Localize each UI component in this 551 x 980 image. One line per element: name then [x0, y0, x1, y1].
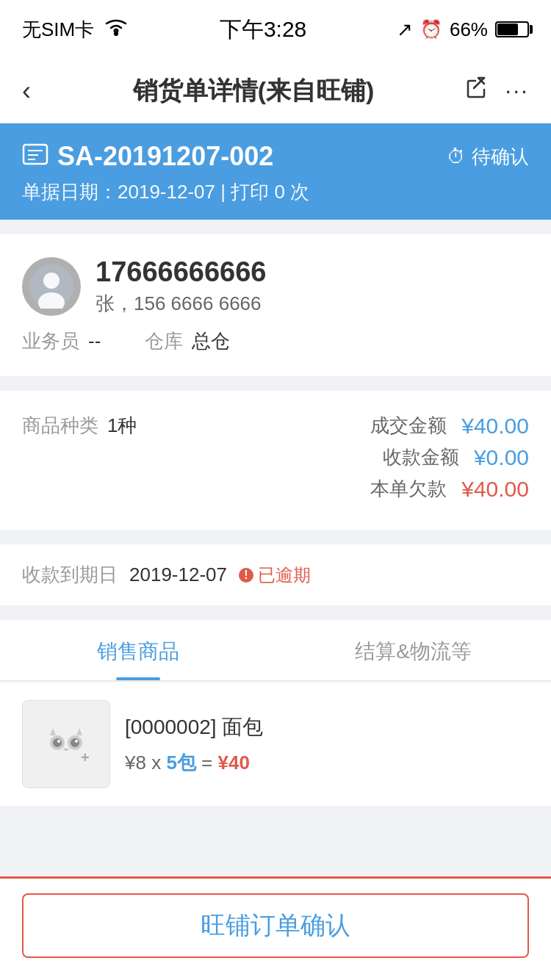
owed-label: 本单欠款: [370, 476, 447, 502]
carrier-label: 无SIM卡: [22, 17, 94, 43]
order-date: 单据日期：2019-12-07 | 打印 0 次: [22, 179, 529, 205]
order-number-row: SA-20191207-002: [22, 141, 273, 172]
battery-percentage: 66%: [450, 18, 488, 41]
due-label: 收款到期日: [22, 562, 118, 588]
product-code: [0000002]: [125, 716, 217, 738]
due-date-value: 2019-12-07: [129, 563, 227, 586]
transaction-label: 成交金额: [370, 413, 447, 439]
svg-point-7: [53, 738, 62, 747]
wifi-icon: [103, 18, 129, 42]
due-date-section: 收款到期日 2019-12-07 ! 已逾期: [0, 544, 551, 605]
order-number-text: SA-20191207-002: [57, 141, 273, 172]
equals: =: [201, 752, 217, 774]
confirm-button-label: 旺铺订单确认: [201, 909, 350, 943]
sales-rep-item: 业务员 --: [22, 328, 101, 354]
alarm-icon: ⏰: [420, 19, 442, 40]
warehouse-item: 仓库 总仓: [145, 328, 230, 354]
svg-point-3: [43, 273, 60, 289]
tabs-bar: 销售商品 结算&物流等: [0, 620, 551, 681]
bottom-action-area: 旺铺订单确认: [0, 876, 551, 980]
order-icon: [22, 141, 48, 172]
product-thumbnail: +: [22, 700, 110, 788]
svg-text:+: +: [81, 749, 90, 765]
share-icon[interactable]: [464, 75, 490, 107]
customer-info: 17666666666 张，156 6666 6666: [96, 256, 266, 317]
owed-value: ¥40.00: [461, 477, 529, 502]
svg-point-9: [57, 740, 60, 743]
unit-price: ¥8 x: [125, 752, 166, 774]
battery-bar: [495, 21, 529, 37]
collected-value: ¥0.00: [474, 445, 529, 470]
back-button[interactable]: ‹: [22, 76, 66, 107]
product-details: [0000002] 面包 ¥8 x 5包 = ¥40: [125, 713, 529, 776]
product-logo: +: [37, 722, 96, 766]
status-right: ↗ ⏰ 66%: [397, 18, 529, 41]
warehouse-value: 总仓: [192, 328, 230, 354]
transaction-value: ¥40.00: [461, 414, 529, 439]
customer-phone: 17666666666: [96, 256, 266, 288]
warehouse-label: 仓库: [145, 328, 183, 354]
summary-section: 商品种类 1种 成交金额 ¥40.00 收款金额 ¥0.00 本单欠款 ¥40.…: [0, 391, 551, 530]
customer-meta: 业务员 -- 仓库 总仓: [22, 328, 529, 354]
avatar: [22, 257, 81, 316]
product-price: ¥8 x 5包 = ¥40: [125, 750, 529, 776]
tab-sales[interactable]: 销售商品: [0, 620, 276, 680]
svg-point-10: [75, 740, 78, 743]
status-left: 无SIM卡: [22, 17, 129, 43]
customer-section: 17666666666 张，156 6666 6666 业务员 -- 仓库 总仓: [0, 234, 551, 376]
product-name: [0000002] 面包: [125, 713, 529, 741]
order-header: SA-20191207-002 ⏱ 待确认 单据日期：2019-12-07 | …: [0, 123, 551, 220]
status-bar: 无SIM卡 下午3:28 ↗ ⏰ 66%: [0, 0, 551, 59]
more-icon[interactable]: ···: [505, 77, 529, 104]
page-title: 销货单详情(来自旺铺): [66, 74, 441, 108]
sales-rep-value: --: [88, 330, 101, 353]
location-icon: ↗: [397, 18, 413, 41]
transaction-row: 成交金额 ¥40.00: [370, 413, 529, 439]
table-row: + [0000002] 面包 ¥8 x 5包 = ¥40: [0, 682, 551, 807]
amounts: 成交金额 ¥40.00 收款金额 ¥0.00 本单欠款 ¥40.00: [370, 413, 529, 508]
status-text: 待确认: [472, 144, 529, 170]
overdue-dot: !: [239, 568, 253, 583]
current-time: 下午3:28: [220, 15, 306, 45]
nav-bar: ‹ 销货单详情(来自旺铺) ···: [0, 59, 551, 123]
quantity: 5包: [166, 752, 195, 774]
collected-row: 收款金额 ¥0.00: [370, 444, 529, 470]
overdue-badge: ! 已逾期: [239, 563, 311, 587]
tab-settlement[interactable]: 结算&物流等: [276, 620, 551, 680]
overdue-text: 已逾期: [258, 563, 311, 587]
svg-point-8: [71, 738, 79, 747]
total-price: ¥40: [218, 752, 250, 774]
collected-label: 收款金额: [383, 444, 459, 470]
order-status: ⏱ 待确认: [447, 144, 529, 170]
customer-name-phone: 张，156 6666 6666: [96, 291, 266, 317]
sales-rep-label: 业务员: [22, 328, 79, 354]
category-label: 商品种类: [22, 413, 98, 439]
clock-icon: ⏱: [447, 145, 466, 168]
confirm-button[interactable]: 旺铺订单确认: [22, 893, 529, 958]
nav-actions: ···: [441, 75, 529, 107]
product-title: 面包: [222, 716, 263, 738]
category-value: 1种: [107, 413, 137, 439]
owed-row: 本单欠款 ¥40.00: [370, 476, 529, 502]
product-section: + [0000002] 面包 ¥8 x 5包 = ¥40: [0, 682, 551, 807]
svg-point-0: [114, 32, 118, 36]
product-category: 商品种类 1种: [22, 413, 137, 439]
